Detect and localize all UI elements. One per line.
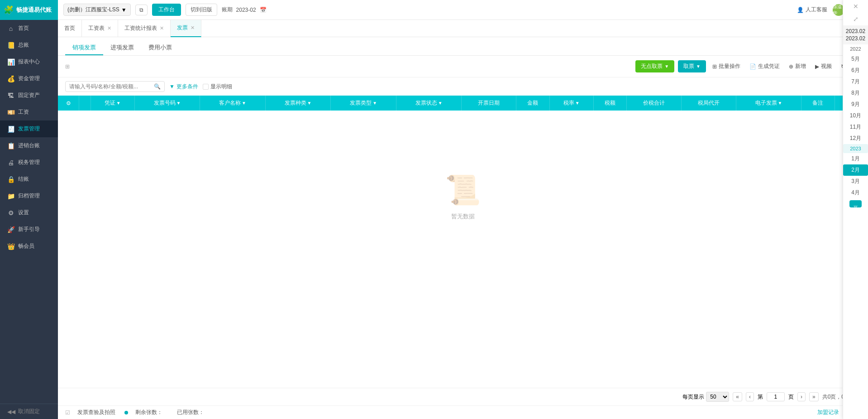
more-conditions-btn[interactable]: ▼ 更多条件 <box>169 83 198 91</box>
service-icon: 👤 <box>797 7 804 13</box>
date-panel-expand[interactable]: ⤢ <box>850 13 861 25</box>
filter-icon-4[interactable]: ▼ <box>242 101 246 106</box>
sidebar-item-reports[interactable]: 📊 报表中心 <box>0 53 58 70</box>
col-header-3[interactable]: 发票号码 ▼ <box>134 96 200 111</box>
col-header-10[interactable]: 税率 ▼ <box>549 96 593 111</box>
sidebar-item-member[interactable]: 👑 畅会员 <box>0 238 58 255</box>
ticket-btn[interactable]: 取票 ▼ <box>678 60 706 72</box>
sidebar: 🧩 畅捷通易代账 ⌂ 首页 📒 总账 📊 报表中心 💰 资金管理 🏗 固定资产 … <box>0 0 58 419</box>
bottom-bar: ☑ 发票查验及拍照 剩余张数： 已用张数： 加盟记录 去充值 <box>58 405 868 419</box>
filter-icon-10[interactable]: ▼ <box>575 101 580 106</box>
tab-label-2: 工资统计报表 <box>124 24 157 32</box>
toolbar-right: 无点取票 ▼ 取票 ▼ ⊞ 批量操作 📄 生成凭证 ⊕ 新增 <box>635 60 861 72</box>
col-header-2[interactable]: 凭证 ▼ <box>91 96 134 111</box>
sidebar-icon-ledger: 📒 <box>7 42 14 49</box>
page-size-selector: 每页显示 50 10 20 100 <box>682 392 729 402</box>
service-button[interactable]: 👤 人工客服 <box>797 6 827 14</box>
month-7月[interactable]: 7月 <box>843 76 868 87</box>
month-5月[interactable]: 5月 <box>843 53 868 65</box>
switch-version-button[interactable]: 切到旧版 <box>186 4 217 16</box>
pagination: 每页显示 50 10 20 100 « ‹ 第 页 › » 共0页，0条记录 <box>58 388 868 405</box>
month-6月[interactable]: 6月 <box>843 65 868 76</box>
remaining-label: 剩余张数： <box>135 409 162 416</box>
sidebar-item-ledger[interactable]: 📒 总账 <box>0 37 58 53</box>
month-9月[interactable]: 9月 <box>843 99 868 110</box>
company-selector[interactable]: (勿删）江西服宝-LSS ▼ <box>63 4 131 16</box>
sidebar-item-archive[interactable]: 📁 归档管理 <box>0 188 58 204</box>
copy-button[interactable]: ⧉ <box>135 5 148 15</box>
month-12月[interactable]: 12月 <box>843 133 868 144</box>
last-page-btn[interactable]: » <box>809 392 819 401</box>
filter-icon-2[interactable]: ▼ <box>116 101 121 106</box>
generate-voucher-btn[interactable]: 📄 生成凭证 <box>747 61 782 72</box>
month-2023-3月[interactable]: 3月 <box>843 176 868 187</box>
filter-icon-14[interactable]: ▼ <box>778 101 782 106</box>
video-btn[interactable]: ▶ 视频 <box>812 61 835 72</box>
next-page-btn[interactable]: › <box>797 392 806 401</box>
tab-1[interactable]: 工资表✕ <box>82 20 118 37</box>
sidebar-icon-guide: 🚀 <box>7 226 14 233</box>
sidebar-logo[interactable]: 🧩 畅捷通易代账 <box>0 0 58 20</box>
date-panel-header[interactable]: 2023.02 2023.02 <box>843 25 868 44</box>
col-header-5[interactable]: 发票种类 ▼ <box>265 96 331 111</box>
month-2023-4月[interactable]: 4月 <box>843 187 868 198</box>
open-period-btn[interactable]: 开账日期 <box>849 200 862 207</box>
month-10月[interactable]: 10月 <box>843 110 868 121</box>
col-header-15: 备注 <box>801 96 835 111</box>
col-header-14[interactable]: 电子发票 ▼ <box>736 96 801 111</box>
show-detail-toggle[interactable]: 显示明细 <box>203 83 232 91</box>
subtab-2[interactable]: 费用小票 <box>141 41 179 55</box>
filter-icon-6[interactable]: ▼ <box>372 101 377 106</box>
col-header-6[interactable]: 发票类型 ▼ <box>331 96 396 111</box>
filter-icon-5[interactable]: ▼ <box>307 101 312 106</box>
sidebar-item-tax[interactable]: 🖨 税务管理 <box>0 154 58 171</box>
show-detail-checkbox[interactable] <box>203 84 209 90</box>
first-page-btn[interactable]: « <box>733 392 742 401</box>
month-2023-1月[interactable]: 1月 <box>843 153 868 164</box>
sidebar-item-closing[interactable]: 🔒 结账 <box>0 171 58 188</box>
prev-page-btn[interactable]: ‹ <box>746 392 754 401</box>
company-dropdown-icon: ▼ <box>121 7 127 13</box>
workspace-button[interactable]: 工作台 <box>152 4 181 16</box>
sidebar-item-home[interactable]: ⌂ 首页 <box>0 20 58 37</box>
tab-2[interactable]: 工资统计报表✕ <box>118 20 171 37</box>
tab-close-1[interactable]: ✕ <box>107 25 111 31</box>
date-panel: ✕ ⤢ 2023.02 2023.02 20225月6月7月8月9月10月11月… <box>843 0 868 419</box>
filter-icon-7[interactable]: ▼ <box>438 101 443 106</box>
tab-3[interactable]: 发票✕ <box>171 20 201 37</box>
sidebar-item-assets[interactable]: 🏗 固定资产 <box>0 87 58 104</box>
col-header-4[interactable]: 客户名称 ▼ <box>200 96 266 111</box>
sidebar-item-guide[interactable]: 🚀 新手引导 <box>0 221 58 238</box>
join-link[interactable]: 加盟记录 <box>817 409 839 416</box>
verify-checkbox[interactable]: ☑ <box>65 409 70 416</box>
page-size-select[interactable]: 50 10 20 100 <box>706 392 729 402</box>
search-input[interactable] <box>69 83 151 90</box>
subtab-1[interactable]: 进项发票 <box>103 41 141 55</box>
filter-icon-3[interactable]: ▼ <box>176 101 181 106</box>
invoice-table-container: ⚙凭证 ▼发票号码 ▼客户名称 ▼发票种类 ▼发票类型 ▼发票状态 ▼开票日期金… <box>58 96 868 388</box>
period-display: 账期 2023-02 📅 <box>222 6 267 14</box>
sidebar-item-funds[interactable]: 💰 资金管理 <box>0 70 58 87</box>
col-header-7[interactable]: 发票状态 ▼ <box>396 96 462 111</box>
sidebar-bottom-action[interactable]: ◀◀ 取消固定 <box>0 404 58 419</box>
sidebar-item-payroll[interactable]: 💴 工资 <box>0 104 58 120</box>
sidebar-label-tax: 税务管理 <box>18 159 40 166</box>
batch-op-btn[interactable]: ⊞ 批量操作 <box>710 61 743 72</box>
no-ticket-btn[interactable]: 无点取票 ▼ <box>635 60 674 72</box>
subtab-0[interactable]: 销项发票 <box>65 41 103 55</box>
month-8月[interactable]: 8月 <box>843 87 868 99</box>
page-number-input[interactable] <box>767 392 785 401</box>
tab-close-3[interactable]: ✕ <box>191 25 195 31</box>
sidebar-item-sales[interactable]: 📋 进销台账 <box>0 137 58 154</box>
col-header-13: 税局代开 <box>681 96 736 111</box>
month-2023-2月[interactable]: 2月 <box>843 164 868 176</box>
invoice-toolbar: ⊞ 无点取票 ▼ 取票 ▼ ⊞ 批量操作 📄 生成凭证 <box>58 56 868 77</box>
sidebar-item-settings[interactable]: ⚙ 设置 <box>0 204 58 221</box>
tab-0[interactable]: 首页 <box>58 20 82 37</box>
new-btn[interactable]: ⊕ 新增 <box>786 61 809 72</box>
sidebar-item-invoice[interactable]: 🧾 发票管理 <box>0 120 58 137</box>
date-panel-close[interactable]: ✕ <box>850 0 861 13</box>
month-11月[interactable]: 11月 <box>843 121 868 133</box>
sidebar-label-payroll: 工资 <box>18 108 29 116</box>
tab-close-2[interactable]: ✕ <box>160 25 164 31</box>
